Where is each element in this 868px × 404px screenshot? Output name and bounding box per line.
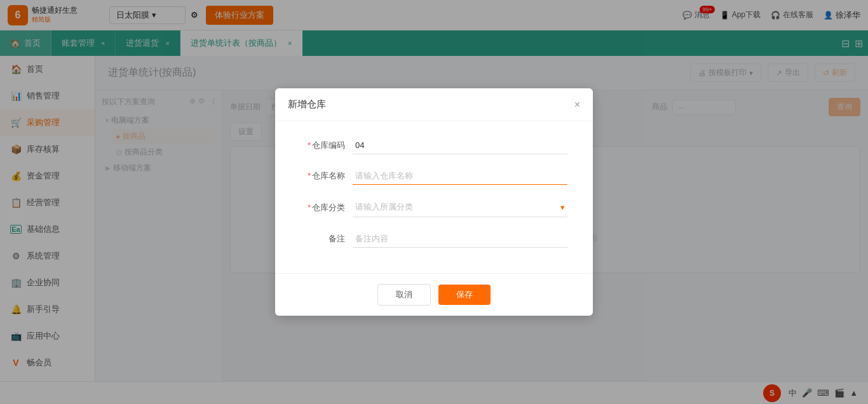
modal-header: 新增仓库 × (275, 88, 593, 121)
category-select[interactable]: 请输入所属分类 ▾ (353, 198, 567, 217)
form-row-note: 备注 (301, 230, 567, 248)
category-placeholder: 请输入所属分类 (355, 201, 413, 213)
code-input[interactable] (353, 137, 567, 154)
cancel-button[interactable]: 取消 (377, 284, 431, 306)
save-button[interactable]: 保存 (438, 285, 491, 305)
modal-body: 仓库编码 仓库名称 仓库分类 请输入所属分类 ▾ 备注 (275, 121, 593, 273)
note-input[interactable] (353, 230, 567, 248)
name-label: 仓库名称 (301, 170, 345, 182)
category-label: 仓库分类 (301, 202, 345, 213)
modal-close-button[interactable]: × (574, 99, 580, 111)
form-row-name: 仓库名称 (301, 167, 567, 185)
form-row-code: 仓库编码 (301, 137, 567, 154)
new-warehouse-modal: 新增仓库 × 仓库编码 仓库名称 仓库分类 请输入所属分类 ▾ (275, 88, 593, 316)
form-row-category: 仓库分类 请输入所属分类 ▾ (301, 198, 567, 217)
modal-title: 新增仓库 (288, 98, 326, 111)
note-label: 备注 (301, 233, 345, 245)
category-chevron-icon: ▾ (560, 203, 565, 212)
code-label: 仓库编码 (301, 140, 345, 151)
modal-footer: 取消 保存 (275, 273, 593, 316)
modal-overlay: 新增仓库 × 仓库编码 仓库名称 仓库分类 请输入所属分类 ▾ (0, 0, 868, 404)
name-input[interactable] (353, 167, 567, 185)
